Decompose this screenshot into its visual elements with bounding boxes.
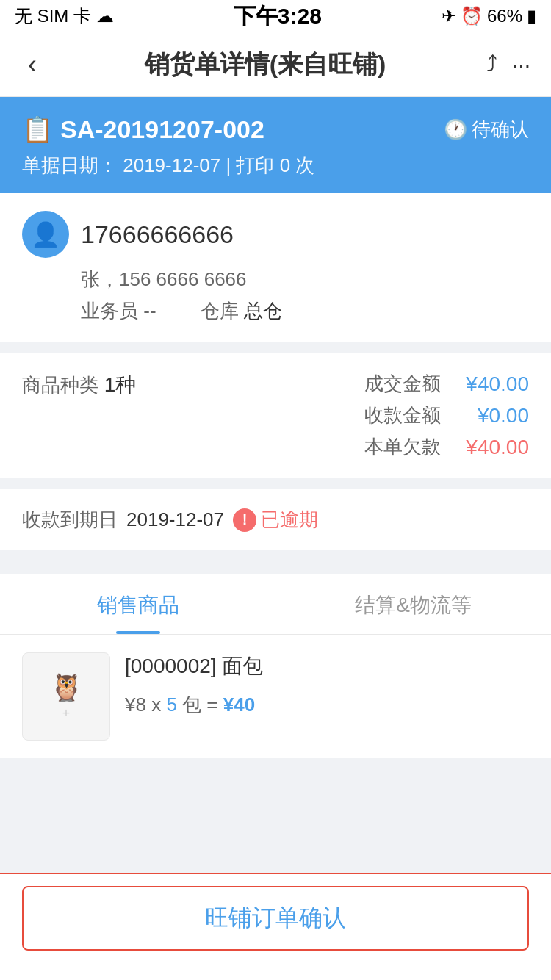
overdue-icon: ! [233, 508, 256, 532]
category-item: 商品种类 1种 [22, 371, 136, 399]
deal-amount-row: 成交金额 ¥40.00 [364, 371, 529, 397]
tab-sales-label: 销售商品 [97, 594, 179, 616]
order-date: 单据日期： 2019-12-07 | 打印 0 次 [22, 153, 529, 179]
customer-avatar: 👤 [22, 211, 69, 258]
date-label: 单据日期： [22, 154, 118, 176]
tab-sales-product[interactable]: 销售商品 [0, 574, 276, 634]
bottom-bar: 旺铺订单确认 [0, 873, 551, 980]
category-label: 商品种类 [22, 374, 98, 396]
deal-amount-label: 成交金额 [364, 371, 441, 397]
product-price-row: ¥8 x 5 包 = ¥40 [125, 692, 529, 718]
received-label: 收款金额 [364, 403, 441, 428]
product-info: [0000002] 面包 ¥8 x 5 包 = ¥40 [125, 652, 529, 718]
product-logo-icon: 🦉 [50, 672, 83, 703]
battery-icon: ▮ [527, 6, 536, 26]
print-label: | 打印 0 次 [226, 154, 314, 176]
total-value: ¥40 [223, 693, 255, 716]
share-icon[interactable]: ⤴ [486, 52, 497, 77]
avatar-icon: 👤 [31, 220, 60, 248]
received-value: ¥0.00 [455, 404, 529, 428]
more-icon[interactable]: ··· [512, 52, 530, 77]
category-value: 1种 [104, 373, 137, 396]
owed-amount-row: 本单欠款 ¥40.00 [364, 434, 529, 460]
product-code: [0000002] [125, 655, 217, 677]
alarm-icon: ⏰ [461, 6, 483, 26]
section-divider [0, 562, 551, 574]
tab-settlement[interactable]: 结算&物流等 [276, 574, 551, 634]
customer-phone: 17666666666 [81, 220, 234, 249]
product-name: [0000002] 面包 [125, 652, 529, 680]
order-number: 📋 SA-20191207-002 [22, 115, 264, 144]
order-header: 📋 SA-20191207-002 🕐 待确认 单据日期： 2019-12-07… [0, 97, 551, 193]
product-thumbnail: 🦉 + [22, 652, 110, 741]
summary-section: 商品种类 1种 成交金额 ¥40.00 收款金额 ¥0.00 本单欠款 ¥40.… [0, 353, 551, 478]
status-bar: 无 SIM 卡 ☁ 下午3:28 ✈ ⏰ 66% ▮ [0, 0, 551, 32]
sim-label: 无 SIM 卡 ☁ [15, 4, 114, 28]
tabs-section: 销售商品 结算&物流等 🦉 + [0000002] 面包 ¥8 x 5 包 = … [0, 574, 551, 758]
location-icon: ✈ [442, 6, 456, 26]
unit-label: 包 [182, 693, 201, 716]
confirm-button[interactable]: 旺铺订单确认 [22, 886, 529, 951]
nav-actions: ⤴ ··· [486, 52, 530, 77]
product-logo-plus: + [62, 706, 71, 721]
salesman-item: 业务员 -- [81, 298, 156, 324]
customer-section: 👤 17666666666 张，156 6666 6666 业务员 -- 仓库 … [0, 193, 551, 342]
due-date-value: 2019-12-07 [126, 508, 224, 531]
equals-label: = [206, 693, 223, 716]
owed-value: ¥40.00 [455, 436, 529, 459]
warehouse-label: 仓库 [201, 300, 239, 322]
date-value: 2019-12-07 [123, 154, 220, 176]
received-amount-row: 收款金额 ¥0.00 [364, 403, 529, 428]
back-button[interactable]: ‹ [21, 42, 44, 87]
warehouse-value: 总仓 [244, 300, 282, 322]
battery-label: 66% [487, 6, 522, 26]
status-time: 下午3:28 [234, 1, 322, 32]
salesman-value: -- [143, 300, 156, 322]
clock-icon: 🕐 [444, 118, 467, 141]
order-number-value: SA-20191207-002 [60, 115, 264, 144]
product-item: 🦉 + [0000002] 面包 ¥8 x 5 包 = ¥40 [0, 635, 551, 758]
owed-label: 本单欠款 [364, 434, 441, 460]
status-label: 待确认 [472, 117, 529, 143]
tabs-row: 销售商品 结算&物流等 [0, 574, 551, 635]
order-status: 🕐 待确认 [444, 117, 529, 143]
status-left: 无 SIM 卡 ☁ [15, 4, 114, 28]
salesman-label: 业务员 [81, 300, 138, 322]
overdue-badge: ! 已逾期 [233, 507, 318, 533]
product-name-text: 面包 [222, 655, 263, 677]
deal-amount-value: ¥40.00 [455, 372, 529, 396]
due-label: 收款到期日 [22, 507, 118, 533]
tab-settlement-label: 结算&物流等 [355, 594, 472, 616]
overdue-text: 已逾期 [261, 507, 318, 533]
price-label: ¥8 x [125, 693, 166, 716]
due-date-section: 收款到期日 2019-12-07 ! 已逾期 [0, 489, 551, 550]
warehouse-item: 仓库 总仓 [201, 298, 282, 324]
customer-name: 张，156 6666 6666 [81, 267, 529, 292]
page-title: 销货单详情(来自旺铺) [145, 48, 386, 82]
nav-bar: ‹ 销货单详情(来自旺铺) ⤴ ··· [0, 32, 551, 97]
status-right: ✈ ⏰ 66% ▮ [442, 6, 536, 26]
qty-value: 5 [166, 693, 176, 716]
order-icon: 📋 [22, 115, 53, 144]
